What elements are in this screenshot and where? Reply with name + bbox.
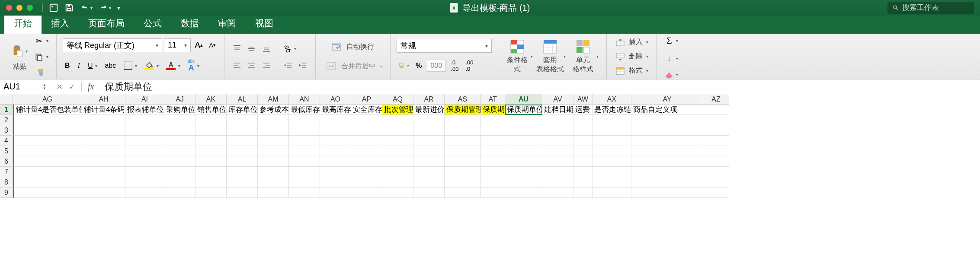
cell-AI7[interactable] [125,167,164,177]
cell-AL9[interactable] [227,188,258,198]
col-header-AQ[interactable]: AQ [382,94,413,105]
cell-AK9[interactable] [195,188,227,198]
cell-AX5[interactable] [592,146,631,156]
format-cells-button[interactable]: 格式 [613,65,650,76]
cell-AX7[interactable] [592,167,631,177]
cell-AV1[interactable]: 建档日期 [542,105,573,115]
cell-AP2[interactable] [351,115,382,125]
cut-button[interactable]: ✂︎ [32,34,50,48]
cell-AM2[interactable] [258,115,289,125]
cell-AO4[interactable] [320,136,351,146]
accept-formula-button[interactable]: ✓ [69,82,75,92]
cell-AL2[interactable] [227,115,258,125]
cell-AJ9[interactable] [164,188,195,198]
tab-页面布局[interactable]: 页面布局 [79,14,134,34]
cell-AW6[interactable] [573,156,592,167]
cell-AL4[interactable] [227,136,258,146]
format-painter-button[interactable] [32,66,50,79]
cell-AZ3[interactable] [703,125,729,136]
col-header-AO[interactable]: AO [320,94,351,105]
cell-AU1[interactable]: 保质期单位 [505,105,542,115]
col-header-AT[interactable]: AT [481,94,505,105]
currency-button[interactable]: ⛁ [397,59,411,72]
cell-AZ4[interactable] [703,136,729,146]
cell-AP5[interactable] [351,146,382,156]
cell-AS2[interactable] [445,115,481,125]
cell-AZ5[interactable] [703,146,729,156]
cell-AH7[interactable] [82,167,125,177]
cell-AG3[interactable] [13,125,82,136]
row-header-6[interactable]: 6 [0,156,13,167]
align-bottom-button[interactable] [260,42,273,55]
cell-AT8[interactable] [481,177,505,188]
font-size-combo[interactable]: 11▾ [164,38,191,52]
cell-AL8[interactable] [227,177,258,188]
cell-AI9[interactable] [125,188,164,198]
cell-AZ2[interactable] [703,115,729,125]
cell-AV7[interactable] [542,167,573,177]
cell-AS6[interactable] [445,156,481,167]
cell-AK8[interactable] [195,177,227,188]
fx-button[interactable]: fx [88,82,94,92]
format-as-table-button[interactable]: 套用 表格格式 [537,37,567,76]
cell-AV2[interactable] [542,115,573,125]
col-header-AS[interactable]: AS [445,94,481,105]
cell-AU8[interactable] [505,177,542,188]
cell-AL7[interactable] [227,167,258,177]
row-header-8[interactable]: 8 [0,177,13,188]
cell-AQ6[interactable] [382,156,413,167]
cell-AQ2[interactable] [382,115,413,125]
wrap-text-button[interactable]: 自动换行 [322,40,384,54]
cell-AJ3[interactable] [164,125,195,136]
cell-AY4[interactable] [631,136,703,146]
tab-视图[interactable]: 视图 [246,14,283,34]
cell-AP8[interactable] [351,177,382,188]
cell-AG5[interactable] [13,146,82,156]
cell-AR6[interactable] [413,156,445,167]
cell-AO8[interactable] [320,177,351,188]
conditional-formatting-button[interactable]: 条件格式 [504,37,535,76]
cell-AT1[interactable]: 保质期 [481,105,505,115]
cell-AS5[interactable] [445,146,481,156]
number-format-combo[interactable]: 常规▾ [397,39,492,53]
cell-AT6[interactable] [481,156,505,167]
fill-color-button[interactable] [142,60,160,72]
cell-AH2[interactable] [82,115,125,125]
cell-AV9[interactable] [542,188,573,198]
cell-AY8[interactable] [631,177,703,188]
cell-AQ4[interactable] [382,136,413,146]
cell-AS9[interactable] [445,188,481,198]
cell-AO9[interactable] [320,188,351,198]
autosum-button[interactable]: Σ [663,33,680,48]
cell-AI6[interactable] [125,156,164,167]
cell-AX8[interactable] [592,177,631,188]
cell-AS7[interactable] [445,167,481,177]
col-header-AP[interactable]: AP [351,94,382,105]
cell-AH1[interactable]: 辅计量4条码 [82,105,125,115]
paste-button[interactable] [10,41,29,60]
cell-AW2[interactable] [573,115,592,125]
increase-decimal-button[interactable]: .0.00 [448,57,461,74]
cell-AT5[interactable] [481,146,505,156]
cell-AG6[interactable] [13,156,82,167]
cell-AV4[interactable] [542,136,573,146]
cell-AN2[interactable] [289,115,320,125]
cell-AI2[interactable] [125,115,164,125]
cell-styles-button[interactable]: 单元 格样式 [570,37,600,76]
row-header-9[interactable]: 9 [0,188,13,198]
minimize-window-button[interactable] [16,5,22,11]
cell-AH4[interactable] [82,136,125,146]
cell-AV3[interactable] [542,125,573,136]
cell-AZ6[interactable] [703,156,729,167]
cell-AJ6[interactable] [164,156,195,167]
cell-AW4[interactable] [573,136,592,146]
cell-AI1[interactable]: 报表辅单位 [125,105,164,115]
col-header-AH[interactable]: AH [82,94,125,105]
cell-AP1[interactable]: 安全库存 [351,105,382,115]
align-center-button[interactable] [245,60,258,71]
comma-style-button[interactable]: 000 [427,60,446,72]
cell-AQ3[interactable] [382,125,413,136]
select-all-corner[interactable] [0,94,13,105]
cell-AU9[interactable] [505,188,542,198]
cell-AU5[interactable] [505,146,542,156]
